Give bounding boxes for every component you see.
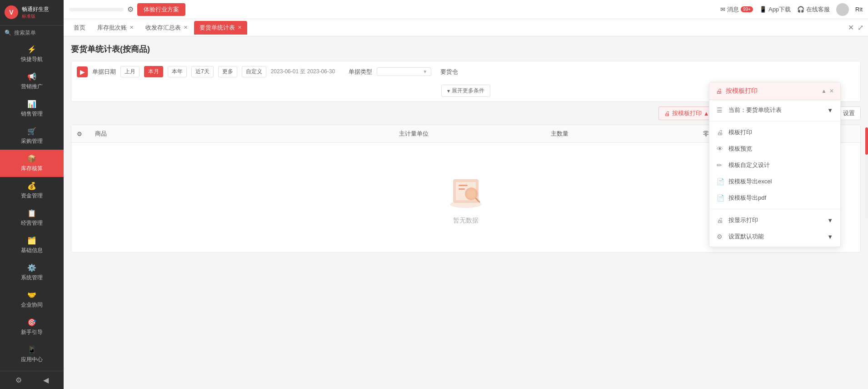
- topbar: ⚙ 体验行业方案 ✉ 消息 99+ 📱 App下载 🎧 在线客服 Rit: [64, 0, 868, 19]
- sidebar-item-label: 销售管理: [21, 110, 43, 118]
- tab-close-all-icon[interactable]: ✕: [848, 23, 854, 32]
- expand-more-button[interactable]: ▾ 展开更多条件: [441, 85, 490, 97]
- print-icon: 🖨: [664, 110, 670, 117]
- sidebar-item-operation[interactable]: 📋 经营管理: [0, 204, 64, 232]
- th-settings[interactable]: ⚙: [77, 131, 95, 137]
- dropdown-item-template-preview[interactable]: 👁 模板预览: [709, 141, 840, 157]
- tab-order-stats-close[interactable]: ✕: [238, 25, 242, 30]
- dropdown-item-template-print[interactable]: 🖨 模板打印: [709, 124, 840, 141]
- app-download-item[interactable]: 📱 App下载: [759, 5, 791, 14]
- scrollbar-right[interactable]: [865, 127, 868, 218]
- sidebar-item-finance[interactable]: 💰 资金管理: [0, 177, 64, 204]
- dropdown-divider-2: [709, 209, 840, 209]
- date-btn-custom[interactable]: 自定义: [242, 66, 266, 77]
- sidebar-item-appstore[interactable]: 📱 应用中心: [0, 341, 64, 368]
- filter-expand-icon[interactable]: ▶: [77, 66, 88, 77]
- scrollbar-thumb[interactable]: [865, 127, 868, 155]
- dropdown-item-export-excel[interactable]: 📄 按模板导出excel: [709, 173, 840, 190]
- trial-button[interactable]: 体验行业方案: [137, 3, 185, 16]
- dropdown-close-icon[interactable]: ✕: [829, 88, 834, 94]
- sidebar-nav: ⚡ 快捷导航 📢 营销推广 📊 销售管理 🛒 采购管理 📦 库存核算 💰 资金管…: [0, 40, 64, 371]
- dropdown-title: 按模板打印: [726, 87, 758, 95]
- quick-nav-icon: ⚡: [27, 45, 36, 54]
- current-template-item[interactable]: ☰ 当前：要货单统计表 ▼: [709, 102, 840, 118]
- topbar-search-box[interactable]: [69, 8, 124, 11]
- dropdown-item-export-pdf[interactable]: 📄 按模板导出pdf: [709, 190, 840, 206]
- online-service-item[interactable]: 🎧 在线客服: [797, 5, 830, 14]
- sidebar-item-marketing[interactable]: 📢 营销推广: [0, 68, 64, 95]
- dropdown-menu: 🖨 按模板打印 ▲ ✕ ☰ 当前：要货单统计表 ▼: [709, 82, 841, 247]
- dropdown-item-set-default[interactable]: ⚙ 设置默认功能 ▼: [709, 228, 840, 245]
- tab-collection-summary-label: 收发存汇总表: [145, 24, 181, 32]
- headset-icon: 🎧: [797, 6, 804, 13]
- tab-home[interactable]: 首页: [68, 21, 91, 35]
- empty-text: 暂无数据: [453, 217, 479, 225]
- sidebar-footer: ⚙ ◀: [0, 371, 64, 389]
- dropdown-item-display-print[interactable]: 🖨 按显示打印 ▼: [709, 212, 840, 228]
- tab-maximize-icon[interactable]: ⤢: [858, 23, 863, 32]
- date-btn-last-7-days[interactable]: 近7天: [191, 66, 214, 77]
- date-btn-more[interactable]: 更多: [218, 66, 237, 77]
- operation-icon: 📋: [27, 209, 36, 217]
- tabbar: 首页 库存批次账 ✕ 收发存汇总表 ✕ 要货单统计表 ✕ ✕ ⤢: [64, 19, 868, 36]
- template-preview-icon: 👁: [717, 145, 724, 152]
- sidebar-item-purchase[interactable]: 🛒 采购管理: [0, 122, 64, 150]
- app-version: 标准版: [22, 13, 49, 20]
- user-avatar[interactable]: [836, 3, 849, 16]
- sidebar-item-label: 营销推广: [21, 83, 43, 91]
- cargo-label: 要货仓: [440, 68, 458, 76]
- dropdown-current-template: ☰ 当前：要货单统计表 ▼: [709, 100, 840, 120]
- messages-item[interactable]: ✉ 消息 99+: [720, 5, 753, 14]
- set-default-label: 设置默认功能: [728, 232, 764, 241]
- tab-collection-summary[interactable]: 收发存汇总表 ✕: [140, 21, 193, 35]
- tab-order-stats-label: 要货单统计表: [200, 24, 235, 32]
- sidebar-item-label: 新手引导: [21, 328, 43, 336]
- template-design-icon: ✏: [717, 162, 724, 169]
- tab-batch-account-label: 库存批次账: [97, 24, 127, 32]
- tab-order-stats[interactable]: 要货单统计表 ✕: [194, 21, 247, 35]
- sidebar-item-label: 系统管理: [21, 274, 43, 282]
- sidebar-item-label: 采购管理: [21, 137, 43, 145]
- sidebar-item-enterprise[interactable]: 🤝 企业协同: [0, 286, 64, 313]
- dropdown-item-template-design[interactable]: ✏ 模板自定义设计: [709, 157, 840, 173]
- user-name: Rit: [855, 6, 863, 13]
- dropdown-header: 🖨 按模板打印 ▲ ✕: [709, 82, 840, 100]
- app-download-icon: 📱: [759, 6, 767, 13]
- sidebar-item-basic[interactable]: 🗂️ 基础信息: [0, 232, 64, 259]
- basic-icon: 🗂️: [27, 236, 36, 245]
- sidebar-item-system[interactable]: ⚙️ 系统管理: [0, 259, 64, 286]
- print-btn[interactable]: 🖨 按模板打印 ▲: [658, 106, 715, 120]
- sidebar-item-inventory[interactable]: 📦 库存核算: [0, 150, 64, 177]
- marketing-icon: 📢: [27, 72, 36, 81]
- tab-batch-account[interactable]: 库存批次账 ✕: [92, 21, 139, 35]
- dropdown-template-items: 🖨 模板打印 👁 模板预览 ✏ 模板自定义设计 📄 按模板导出excel 📄: [709, 122, 840, 208]
- search-menu-item[interactable]: 🔍 搜索菜单: [0, 25, 64, 40]
- tab-batch-account-close[interactable]: ✕: [130, 25, 134, 30]
- search-menu-label: 搜索菜单: [14, 29, 36, 37]
- page-title: 要货单统计表(按商品): [71, 44, 861, 55]
- sidebar-item-label: 快捷导航: [21, 56, 43, 63]
- collapse-icon[interactable]: ◀: [43, 376, 49, 384]
- order-type-select[interactable]: ▼: [377, 67, 431, 76]
- date-btn-current-year[interactable]: 本年: [168, 66, 187, 77]
- settings-btn-label: 设置: [843, 109, 855, 117]
- print-btn-label: 按模板打印: [672, 109, 702, 117]
- display-print-icon: 🖨: [717, 217, 724, 224]
- sidebar-item-sales[interactable]: 📊 销售管理: [0, 95, 64, 122]
- dropdown-extra-items: 🖨 按显示打印 ▼ ⚙ 设置默认功能 ▼: [709, 210, 840, 247]
- date-btn-last-month[interactable]: 上月: [120, 66, 140, 77]
- sidebar-item-guide[interactable]: 🎯 新手引导: [0, 313, 64, 341]
- sidebar-item-quick-nav[interactable]: ⚡ 快捷导航: [0, 40, 64, 68]
- appstore-icon: 📱: [27, 345, 36, 354]
- sidebar-item-label: 库存核算: [21, 165, 43, 172]
- dropdown-up-arrow-icon[interactable]: ▲: [821, 88, 827, 94]
- search-icon: 🔍: [5, 30, 11, 36]
- settings-footer-icon[interactable]: ⚙: [15, 376, 22, 384]
- set-default-left: ⚙ 设置默认功能: [717, 232, 764, 241]
- tab-collection-summary-close[interactable]: ✕: [184, 25, 188, 30]
- sidebar-item-label: 资金管理: [21, 192, 43, 200]
- template-print-icon: 🖨: [717, 129, 724, 136]
- date-btn-current-month[interactable]: 本月: [144, 66, 163, 77]
- expand-down-icon: ▾: [447, 88, 450, 94]
- topbar-gear-icon[interactable]: ⚙: [127, 5, 134, 14]
